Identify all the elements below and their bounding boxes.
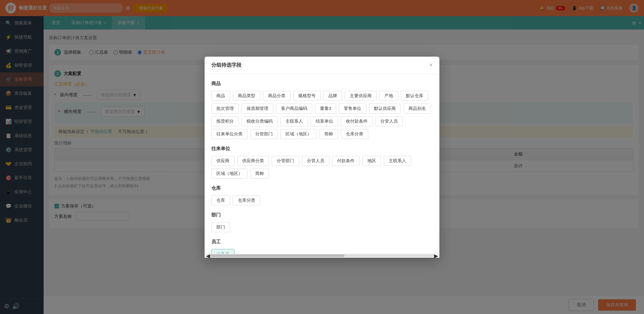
field-tag-----[interactable]: 零售单位 <box>339 104 366 114</box>
scrollbar-right-arrow[interactable]: ▶ <box>434 253 438 259</box>
field-tags-partner: 供应商供应商分类分管部门分管人员付款条件地区主联系人区域（地区）简称 <box>211 156 433 179</box>
modal-dialog: 分组待选字段 × 商品商品商品类型商品分类规格型号品牌主要供应商产地默认仓库批次… <box>205 57 439 258</box>
field-tag-------[interactable]: 客户商品编码 <box>276 104 312 114</box>
field-tag-------[interactable]: 区域（地区） <box>211 169 248 179</box>
field-tag-----[interactable]: 分管人员 <box>375 116 403 126</box>
field-tag---[interactable]: 产地 <box>379 91 398 101</box>
field-group-department: 部门部门 <box>211 212 433 232</box>
field-tag---[interactable]: 部门 <box>211 222 230 232</box>
field-tag----[interactable]: 供应商 <box>211 156 234 166</box>
modal-body: 商品商品商品类型商品分类规格型号品牌主要供应商产地默认仓库批次管理保质期管理客户… <box>205 74 439 254</box>
field-tag-----[interactable]: 分管部门 <box>250 129 278 139</box>
modal-scrollbar-area: ◀ ▶ <box>205 254 439 258</box>
modal-title: 分组待选字段 <box>211 62 241 68</box>
field-tag---[interactable]: 简称 <box>250 169 269 179</box>
field-tag-----[interactable]: 商品分类 <box>263 91 290 101</box>
field-tag---[interactable]: 仓库 <box>211 195 230 205</box>
modal-close-button[interactable]: × <box>429 62 433 68</box>
field-tag---[interactable]: 商品 <box>211 91 230 101</box>
field-group-product: 商品商品商品类型商品分类规格型号品牌主要供应商产地默认仓库批次管理保质期管理客户… <box>211 81 433 139</box>
field-group-title-warehouse: 仓库 <box>211 185 433 191</box>
field-tag------[interactable]: 供应商分类 <box>237 156 269 166</box>
field-tag-----[interactable]: 结算单位 <box>311 116 338 126</box>
field-group-title-department: 部门 <box>211 212 433 218</box>
field-group-title-product: 商品 <box>211 81 433 87</box>
field-tags-warehouse: 仓库仓库分类 <box>211 195 433 205</box>
field-group-partner: 往来单位供应商供应商分类分管部门分管人员付款条件地区主联系人区域（地区）简称 <box>211 146 433 179</box>
field-tag------[interactable]: 保质期管理 <box>241 104 273 114</box>
field-tag-----[interactable]: 规格型号 <box>293 91 321 101</box>
field-tag------[interactable]: 默认供应商 <box>369 104 401 114</box>
field-group-warehouse: 仓库仓库仓库分类 <box>211 185 433 205</box>
field-tags-product: 商品商品类型商品分类规格型号品牌主要供应商产地默认仓库批次管理保质期管理客户商品… <box>211 91 433 139</box>
field-tags-employee: 业务员 <box>211 249 433 254</box>
field-tag-----[interactable]: 批次管理 <box>211 104 239 114</box>
field-tag---[interactable]: 简称 <box>319 129 338 139</box>
field-tag-----[interactable]: 分管人员 <box>302 156 329 166</box>
field-group-employee: 员工业务员 <box>211 239 433 254</box>
field-tag-----[interactable]: 分管部门 <box>272 156 299 166</box>
modal-horizontal-scrollbar[interactable] <box>210 254 434 257</box>
field-tag-----[interactable]: 默认仓库 <box>401 91 428 101</box>
field-tag---[interactable]: 品牌 <box>323 91 342 101</box>
field-tag-----[interactable]: 商品类型 <box>233 91 260 101</box>
field-group-title-partner: 往来单位 <box>211 146 433 152</box>
field-tag------[interactable]: 收付款条件 <box>341 116 373 126</box>
field-tag---[interactable]: 地区 <box>362 156 381 166</box>
field-tag-------[interactable]: 往来单位分类 <box>211 129 248 139</box>
field-tag-----[interactable]: 仓库分类 <box>233 195 260 205</box>
field-tag-----[interactable]: 拣货积分 <box>211 116 239 126</box>
field-tag---3[interactable]: 重量3 <box>315 104 336 114</box>
field-tag-----[interactable]: 主联系人 <box>384 156 411 166</box>
field-tag----[interactable]: 业务员 <box>211 249 234 254</box>
modal-overlay[interactable]: 分组待选字段 × 商品商品商品类型商品分类规格型号品牌主要供应商产地默认仓库批次… <box>0 0 644 314</box>
field-tag-----[interactable]: 主联系人 <box>280 116 308 126</box>
field-tag-------[interactable]: 区域（地区） <box>280 129 317 139</box>
modal-header: 分组待选字段 × <box>205 57 439 74</box>
field-tag-----[interactable]: 付款条件 <box>332 156 360 166</box>
scrollbar-left-arrow[interactable]: ◀ <box>206 253 210 259</box>
field-tag-----[interactable]: 商品别名 <box>404 104 431 114</box>
field-group-title-employee: 员工 <box>211 239 433 245</box>
field-tag------[interactable]: 主要供应商 <box>345 91 377 101</box>
field-tags-department: 部门 <box>211 222 433 232</box>
modal-scrollbar-thumb <box>210 254 344 257</box>
field-tag-----[interactable]: 仓库分类 <box>341 129 368 139</box>
field-tag-------[interactable]: 税收分类编码 <box>241 116 278 126</box>
